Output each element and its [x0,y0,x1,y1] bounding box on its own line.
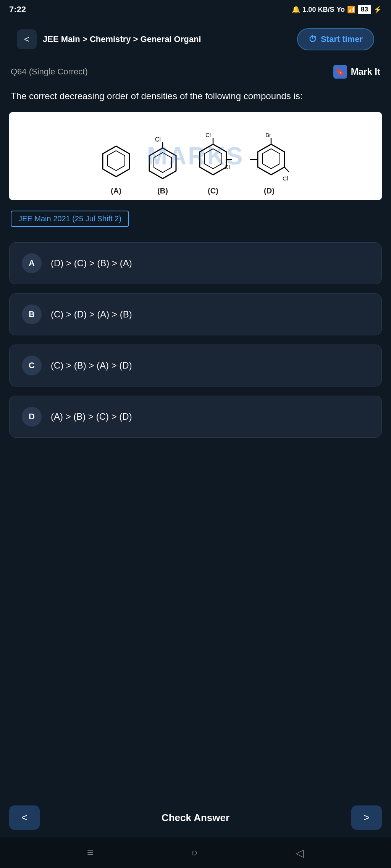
breadcrumb: JEE Main > Chemistry > General Organi [43,34,201,44]
exam-tag: JEE Main 2021 (25 Jul Shift 2) [11,211,129,227]
bookmark-icon: 🔖 [333,65,347,79]
option-b[interactable]: B (C) > (D) > (A) > (B) [9,293,382,335]
timer-icon: ⏱ [309,34,317,44]
back-button[interactable]: < [17,29,37,49]
svg-text:Cl: Cl [283,175,288,182]
option-d[interactable]: D (A) > (B) > (C) > (D) [9,396,382,438]
question-text: The correct decreasing order of densitie… [0,82,391,109]
option-c-text: (C) > (B) > (A) > (D) [51,360,132,371]
bell-icon: 🔔 [292,5,300,14]
tag-container: JEE Main 2021 (25 Jul Shift 2) [0,203,391,235]
prev-button[interactable]: < [9,805,40,830]
options-container: A (D) > (C) > (B) > (A) B (C) > (D) > (A… [0,235,391,445]
system-nav: ≡ ○ ◁ [0,837,391,868]
svg-marker-15 [262,149,280,169]
compound-d-label: (D) [264,187,275,195]
option-c[interactable]: C (C) > (B) > (A) > (D) [9,345,382,386]
option-b-text: (C) > (D) > (A) > (B) [51,309,132,320]
time: 7:22 [9,5,26,14]
question-meta: Q64 (Single Correct) 🔖 Mark It [0,61,391,82]
svg-text:Br: Br [265,132,271,138]
home-icon[interactable]: ○ [191,847,198,859]
charging-icon: ⚡ [373,5,382,14]
option-d-text: (A) > (B) > (C) > (D) [51,411,132,422]
back-icon[interactable]: ◁ [296,847,304,859]
question-label: Q64 (Single Correct) [11,67,88,77]
compound-a: (A) [99,142,133,195]
menu-icon[interactable]: ≡ [87,847,93,859]
compound-image: MARKS (A) Cl (B) Cl Cl (C) [9,112,382,200]
mark-it-button[interactable]: 🔖 Mark It [333,65,380,79]
network-speed: 1.00 KB/S [302,6,334,14]
next-button[interactable]: > [351,805,382,830]
compound-c-label: (C) [208,187,218,195]
start-timer-button[interactable]: ⏱ Start timer [297,28,374,50]
mark-it-label: Mark It [351,66,380,77]
compound-b: Cl (B) [145,135,180,195]
start-timer-label: Start timer [321,34,363,44]
compound-a-label: (A) [111,187,121,195]
next-icon: > [364,812,370,824]
bottom-bar: < Check Answer > [0,798,391,837]
status-right: 🔔 1.00 KB/S Yo 📶 83 ⚡ [292,5,382,14]
compound-c: Cl Cl (C) [192,131,234,195]
status-bar: 7:22 🔔 1.00 KB/S Yo 📶 83 ⚡ [0,0,391,18]
compound-d: Br Cl (D) [246,131,292,195]
compound-b-label: (B) [157,187,168,195]
network-type: Yo [336,6,345,14]
option-a-circle: A [22,253,42,273]
signal-icon: 📶 [347,5,355,14]
svg-text:Cl: Cl [205,132,211,138]
option-b-circle: B [22,304,42,324]
check-answer-button[interactable]: Check Answer [40,812,351,824]
svg-marker-9 [204,149,222,169]
svg-marker-1 [107,151,125,171]
svg-text:Cl: Cl [225,164,230,170]
option-a[interactable]: A (D) > (C) > (B) > (A) [9,242,382,284]
svg-text:Cl: Cl [155,136,161,143]
prev-icon: < [21,812,27,824]
nav-left: < JEE Main > Chemistry > General Organi [17,29,201,49]
option-d-circle: D [22,407,42,427]
battery-indicator: 83 [358,5,371,14]
option-a-text: (D) > (C) > (B) > (A) [51,258,132,269]
nav-header: < JEE Main > Chemistry > General Organi … [8,21,383,57]
option-c-circle: C [22,356,42,375]
svg-marker-5 [154,153,171,172]
svg-line-16 [284,167,289,172]
